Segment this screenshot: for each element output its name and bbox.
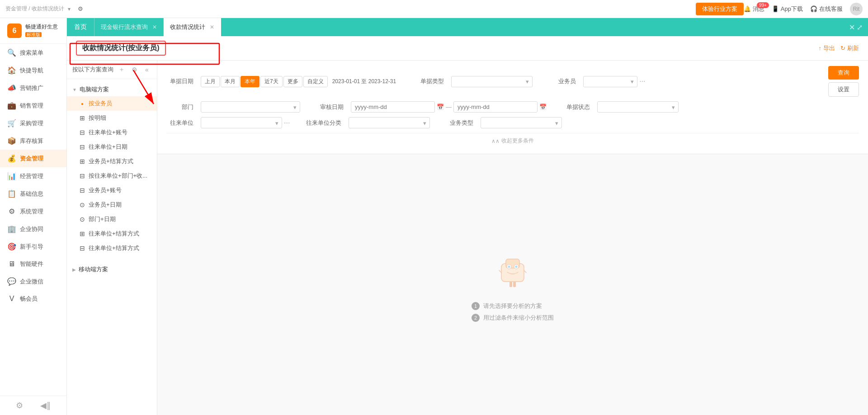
collapse-panel-icon[interactable]: « xyxy=(142,65,151,74)
filter-row-3: 往来单位 ··· 往来单位分类 业务类型 xyxy=(166,117,859,128)
bell-icon: 🔔 xyxy=(744,5,751,12)
scheme-partner-date[interactable]: ⊟ 往来单位+日期 xyxy=(67,140,157,154)
date-filter-control: 上月 本月 本年 近7天 更多 自定义 2023-01-01 至 2023-12 xyxy=(201,76,396,87)
sidebar-item-finance[interactable]: 💰 资金管理 xyxy=(0,150,66,167)
scheme-by-detail[interactable]: ⊞ 按明细 xyxy=(67,111,157,125)
doc-status-select[interactable] xyxy=(597,101,679,113)
date-last-7days[interactable]: 近7天 xyxy=(260,76,283,87)
sidebar-label-company: 企业协同 xyxy=(20,225,43,233)
wechat-icon: 💬 xyxy=(7,277,16,286)
sidebar-item-sales[interactable]: 💼 销售管理 xyxy=(0,97,66,114)
scheme-dept-date[interactable]: ⊙ 部门+日期 xyxy=(67,212,157,226)
pc-schema-group: ▼ 电脑端方案 ● 按业务员 ⊞ 按明细 ⊟ 往来单位+账号 xyxy=(67,79,157,259)
date-this-year[interactable]: 本年 xyxy=(241,76,259,87)
date-last-month[interactable]: 上月 xyxy=(201,76,220,87)
sidebar-item-purchase[interactable]: 🛒 采购管理 xyxy=(0,114,66,132)
partner-select[interactable] xyxy=(201,117,282,128)
refresh-button[interactable]: ↻ 刷新 xyxy=(840,44,859,52)
biz-type-select[interactable] xyxy=(481,117,562,128)
sidebar-item-quicknav[interactable]: 🏠 快捷导航 xyxy=(0,61,66,79)
scheme-salesperson-settlement[interactable]: ⊞ 业务员+结算方式 xyxy=(67,154,157,169)
partner-dept-icon: ⊟ xyxy=(79,172,86,179)
date-more[interactable]: 更多 xyxy=(283,76,302,87)
mobile-group-header[interactable]: ▶ 移动端方案 xyxy=(67,263,157,276)
calendar-icon-start[interactable]: 📅 xyxy=(437,104,444,110)
doc-type-select[interactable] xyxy=(451,76,533,87)
sidebar-item-basic[interactable]: 📋 基础信息 xyxy=(0,185,66,203)
review-date-end[interactable] xyxy=(453,101,538,113)
settings-bottom-icon[interactable]: ⚙ xyxy=(16,401,23,410)
sidebar-item-member[interactable]: V 畅会员 xyxy=(0,290,66,307)
review-date-start[interactable] xyxy=(351,101,435,113)
sidebar-label-quicknav: 快捷导航 xyxy=(20,66,43,75)
tab-receipt-stats[interactable]: 收款情况统计 ✕ xyxy=(164,18,221,36)
pc-group-header[interactable]: ▼ 电脑端方案 xyxy=(67,83,157,96)
app-logo: 6 畅捷通好生意 标准版 xyxy=(0,18,66,44)
sidebar-label-wechat: 企业微信 xyxy=(20,278,43,286)
export-button[interactable]: ↑ 导出 xyxy=(819,44,835,52)
chevron-up-icon: ∧∧ xyxy=(491,138,500,144)
tab-bank-flow[interactable]: 现金银行流水查询 ✕ xyxy=(94,18,164,36)
scheme-salesperson-date[interactable]: ⊙ 业务员+日期 xyxy=(67,198,157,212)
page-header-actions: ↑ 导出 ↻ 刷新 xyxy=(819,44,859,52)
sidebar-bottom: ⚙ ◀‖ xyxy=(0,396,66,415)
date-range-text: 2023-01-01 至 2023-12-31 xyxy=(332,78,396,85)
dept-select[interactable] xyxy=(201,101,300,113)
sidebar-item-company[interactable]: 🏢 企业协同 xyxy=(0,220,66,238)
empty-illustration xyxy=(490,248,535,293)
settings-button[interactable]: 设置 xyxy=(828,82,859,97)
doc-status-select-wrapper xyxy=(597,101,679,113)
chevron-down-icon[interactable]: ▾ xyxy=(68,6,71,12)
scheme-settings-icon[interactable]: ⚙ xyxy=(130,65,139,74)
partner-category-select[interactable] xyxy=(349,117,430,128)
sidebar-item-wechat[interactable]: 💬 企业微信 xyxy=(0,273,66,290)
scheme-partner-dept[interactable]: ⊟ 按往来单位+部门+收... xyxy=(67,169,157,183)
guide-icon: 🎯 xyxy=(7,242,16,251)
collapse-sidebar-icon[interactable]: ◀‖ xyxy=(40,401,51,410)
sidebar-item-search[interactable]: 🔍 搜索菜单 xyxy=(0,44,66,61)
close-all-tabs-icon[interactable]: ✕ xyxy=(849,23,855,32)
sidebar-item-inventory[interactable]: 📦 库存核算 xyxy=(0,132,66,150)
purchase-icon: 🛒 xyxy=(7,119,16,127)
salesperson-more-icon[interactable]: ··· xyxy=(639,77,645,85)
sidebar-item-hardware[interactable]: 🖥 智能硬件 xyxy=(0,255,66,273)
maximize-icon[interactable]: ⤢ xyxy=(857,23,863,32)
scheme-salesperson-account[interactable]: ⊟ 业务员+账号 xyxy=(67,183,157,198)
tab-bank-close[interactable]: ✕ xyxy=(152,24,157,30)
sidebar-item-marketing[interactable]: 📣 营销推广 xyxy=(0,79,66,97)
empty-hint-1: 1 请先选择要分析的方案 xyxy=(472,302,554,310)
scheme-partner-account[interactable]: ⊟ 往来单位+账号 xyxy=(67,125,157,140)
salesperson-select[interactable] xyxy=(583,76,637,87)
sidebar-label-search: 搜索菜单 xyxy=(20,49,43,57)
scheme-partner-settlement2[interactable]: ⊟ 往来单位+结算方式 xyxy=(67,241,157,255)
tab-home[interactable]: 首页 xyxy=(67,18,94,36)
hardware-icon: 🖥 xyxy=(7,260,16,268)
empty-state: 1 请先选择要分析的方案 2 用过滤条件来缩小分析范围 xyxy=(157,154,868,415)
filter-area: 单据日期 上月 本月 本年 近7天 更多 自定义 2023- xyxy=(157,61,868,154)
add-scheme-button[interactable]: ＋ xyxy=(117,65,126,74)
right-content: 单据日期 上月 本月 本年 近7天 更多 自定义 2023- xyxy=(157,61,868,415)
scheme-partner-settlement1[interactable]: ⊞ 往来单位+结算方式 xyxy=(67,226,157,241)
partner-date-icon: ⊟ xyxy=(79,143,86,151)
date-custom[interactable]: 自定义 xyxy=(303,76,328,87)
online-service-link[interactable]: 🎧 在线客服 xyxy=(810,5,843,13)
sidebar-item-guide[interactable]: 🎯 新手引导 xyxy=(0,238,66,255)
query-button[interactable]: 查询 xyxy=(828,66,859,80)
sidebar-label-purchase: 采购管理 xyxy=(20,119,43,127)
svg-rect-9 xyxy=(513,282,516,287)
review-date-label: 审核日期 xyxy=(316,103,344,111)
tab-receipt-close[interactable]: ✕ xyxy=(210,24,214,30)
app-download-link[interactable]: 📱 App下载 xyxy=(772,5,803,13)
trial-button[interactable]: 体验行业方案 xyxy=(696,3,744,15)
scheme-by-salesperson[interactable]: ● 按业务员 xyxy=(67,96,157,111)
gear-icon[interactable]: ⚙ xyxy=(78,5,83,12)
notice-area[interactable]: 🔔 消息 99+ xyxy=(744,5,764,13)
user-avatar[interactable]: Rit xyxy=(850,3,863,15)
collapse-more-button[interactable]: ∧∧ 收起更多条件 xyxy=(166,133,859,148)
date-this-month[interactable]: 本月 xyxy=(221,76,240,87)
top-header: 资金管理 / 收款情况统计 ▾ ⚙ 体验行业方案 🔔 消息 99+ 📱 App下… xyxy=(0,0,868,18)
partner-more-icon[interactable]: ··· xyxy=(284,119,290,127)
calendar-icon-end[interactable]: 📅 xyxy=(539,104,547,110)
sidebar-item-system[interactable]: ⚙ 系统管理 xyxy=(0,203,66,220)
sidebar-item-operation[interactable]: 📊 经营管理 xyxy=(0,167,66,185)
